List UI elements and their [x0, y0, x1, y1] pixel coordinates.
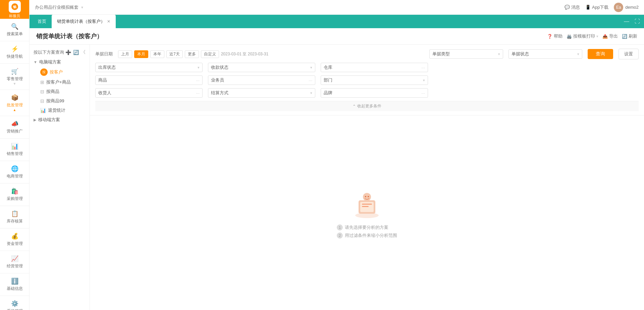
- tree-item-customer-product[interactable]: ⊞ 按客户+商品: [30, 78, 90, 87]
- product-icon: ⊟: [40, 89, 44, 94]
- date-btn-this-month[interactable]: 本月: [134, 50, 148, 58]
- out-status-label: 出库状态: [98, 64, 116, 70]
- sidebar-item-operations[interactable]: 📈 经营管理: [0, 251, 29, 273]
- date-btn-last-month[interactable]: 上月: [118, 50, 132, 58]
- receiver-select[interactable]: 收货人 ···: [95, 88, 203, 98]
- department-select[interactable]: 部门 ▾: [321, 75, 428, 85]
- filter-row-4: 收货人 ··· 结算方式 ▾ 品牌 ···: [95, 88, 639, 98]
- sidebar-item-search[interactable]: 🔍 搜索菜单: [0, 19, 29, 41]
- sidebar-item-quicknav[interactable]: ⚡ 快捷导航: [0, 41, 29, 64]
- product-select[interactable]: 商品 ···: [95, 75, 203, 85]
- settings-button[interactable]: 设置: [619, 49, 639, 59]
- date-btn-this-year[interactable]: 本年: [150, 50, 164, 58]
- empty-state: 1 请先选择要分析的方案 2 用过滤条件来缩小分析范围: [90, 115, 644, 310]
- tree-group-mobile-label: 移动端方案: [38, 117, 60, 123]
- order-type-label: 单据类型: [432, 51, 450, 57]
- message-button[interactable]: 💬 消息: [565, 4, 580, 10]
- sidebar-item-wholesale-label: 批发管理: [7, 102, 23, 108]
- retail-arrow-icon: ▼: [13, 82, 16, 86]
- sales-icon: 📊: [11, 143, 18, 150]
- sidebar-item-purchase[interactable]: 🛍️ 采购管理: [0, 184, 29, 206]
- svg-point-9: [368, 196, 369, 197]
- sidebar-item-marketing-label: 营销推广: [7, 128, 23, 134]
- out-status-select[interactable]: 出库状态 ▾: [95, 63, 203, 72]
- message-label: 消息: [571, 4, 580, 10]
- svg-text:畅: 畅: [13, 5, 16, 9]
- tree-item-product-label: 按商品: [46, 89, 59, 95]
- query-button[interactable]: 查询: [588, 49, 613, 59]
- sidebar-item-purchase-label: 采购管理: [7, 196, 23, 202]
- sidebar-item-finance[interactable]: 💰 资金管理: [0, 228, 29, 251]
- tab-minimize-icon[interactable]: —: [623, 17, 631, 26]
- sidebar-item-ecommerce[interactable]: 🌐 电商管理: [0, 161, 29, 184]
- brand-dots-icon: ···: [421, 91, 425, 96]
- sidebar-item-marketing[interactable]: 📣 营销推广: [0, 116, 29, 139]
- filter-row-2: 出库状态 ▾ 收款状态 ▾ 仓库 ···: [95, 63, 639, 72]
- tree-group-pc[interactable]: ▼ 电脑端方案: [30, 57, 90, 67]
- header-left: 办公用品行业模拟账套 ▾: [35, 4, 83, 10]
- date-btn-7days[interactable]: 近7天: [166, 50, 183, 58]
- svg-rect-6: [362, 206, 369, 207]
- sidebar-item-system[interactable]: ⚙️ 系统管理: [0, 296, 29, 310]
- finance-icon: 💰: [11, 232, 18, 240]
- sidebar-item-sales[interactable]: 📊 销售管理: [0, 139, 29, 161]
- salesperson-select[interactable]: 业务员 ···: [208, 75, 315, 85]
- sidebar-item-retail-label: 零售管理: [7, 76, 23, 82]
- system-icon: ⚙️: [11, 300, 18, 307]
- refresh-button[interactable]: 🔄 刷新: [622, 33, 637, 39]
- brand-select[interactable]: 品牌 ···: [321, 88, 428, 98]
- help-label: 帮助: [554, 33, 562, 39]
- export-label: 导出: [609, 33, 618, 39]
- order-type-select[interactable]: 单据类型 ▾: [429, 49, 503, 59]
- tab-home[interactable]: 首页: [32, 15, 52, 28]
- receipt-status-select[interactable]: 收款状态 ▾: [208, 63, 315, 72]
- settlement-select[interactable]: 结算方式 ▾: [208, 88, 315, 98]
- sidebar-item-inventory[interactable]: 📋 库存核算: [0, 206, 29, 228]
- date-btn-custom[interactable]: 自定义: [201, 50, 219, 58]
- add-scheme-button[interactable]: ➕: [65, 50, 71, 55]
- tab-sales-stat-label: 销货单统计表（按客户）: [57, 18, 105, 24]
- tree-group-mobile[interactable]: ▶ 移动端方案: [30, 115, 90, 124]
- sidebar-item-wholesale[interactable]: 📦 批发管理 ▲: [0, 90, 29, 116]
- tree-item-product99[interactable]: ⊟ 按商品99: [30, 96, 90, 106]
- date-btn-more[interactable]: 更多: [185, 50, 199, 58]
- help-button[interactable]: ❓ 帮助: [547, 33, 562, 39]
- sidebar-item-basic[interactable]: ℹ️ 基础信息: [0, 273, 29, 296]
- tree-item-return[interactable]: 📊 退货统计: [30, 106, 90, 115]
- export-button[interactable]: 📤 导出: [602, 33, 618, 39]
- tree-group-pc-label: 电脑端方案: [39, 59, 61, 65]
- order-status-select[interactable]: 单据状态 ▾: [508, 49, 582, 59]
- user-menu[interactable]: Ea demo2: [614, 3, 639, 12]
- print-button[interactable]: 🖨️ 按模板打印 ▾: [567, 33, 598, 39]
- refresh-scheme-button[interactable]: 🔄: [73, 50, 79, 55]
- out-status-arrow-icon: ▾: [198, 65, 200, 70]
- tab-bar-end: — ⛶: [116, 17, 641, 26]
- tab-maximize-icon[interactable]: ⛶: [633, 17, 641, 26]
- tip1-text: 请先选择要分析的方案: [345, 224, 388, 230]
- sidebar-item-quicknav-label: 快捷导航: [7, 54, 23, 59]
- tab-sales-stat[interactable]: 销货单统计表（按客户） ✕: [52, 15, 116, 28]
- filter-area: 单据日期 上月 本月 本年 近7天 更多 自定义 2023-03-01 至 20…: [90, 45, 644, 115]
- app-download-button[interactable]: 📱 App下载: [585, 4, 608, 10]
- collapse-bar[interactable]: ⌃ 收起更多条件: [95, 101, 639, 111]
- page-actions: ❓ 帮助 🖨️ 按模板打印 ▾ 📤 导出 🔄 刷新: [547, 33, 637, 39]
- collapse-label: 收起更多条件: [357, 103, 381, 109]
- sidebar-item-retail[interactable]: 🛒 零售管理 ▼: [0, 64, 29, 90]
- purchase-icon: 🛍️: [11, 188, 18, 195]
- department-arrow-icon: ▾: [423, 78, 425, 83]
- receipt-status-arrow-icon: ▾: [310, 65, 312, 70]
- user-name: demo2: [625, 5, 639, 10]
- brand-label: 品牌: [324, 90, 332, 96]
- refresh-icon: 🔄: [622, 34, 627, 39]
- tab-close-icon[interactable]: ✕: [107, 19, 110, 24]
- inventory-icon: 📋: [11, 210, 18, 217]
- tree-item-customer[interactable]: 按 按客户: [30, 67, 90, 78]
- warehouse-select[interactable]: 仓库 ···: [321, 63, 428, 72]
- collapse-panel-button[interactable]: 《: [81, 49, 86, 55]
- retail-icon: 🛒: [11, 68, 18, 75]
- receiver-dots-icon: ···: [196, 91, 200, 96]
- tree-item-product[interactable]: ⊟ 按商品: [30, 87, 90, 96]
- tab-bar: 首页 销货单统计表（按客户） ✕ — ⛶: [30, 15, 644, 28]
- tree-item-return-label: 退货统计: [48, 107, 65, 113]
- export-icon: 📤: [602, 34, 608, 39]
